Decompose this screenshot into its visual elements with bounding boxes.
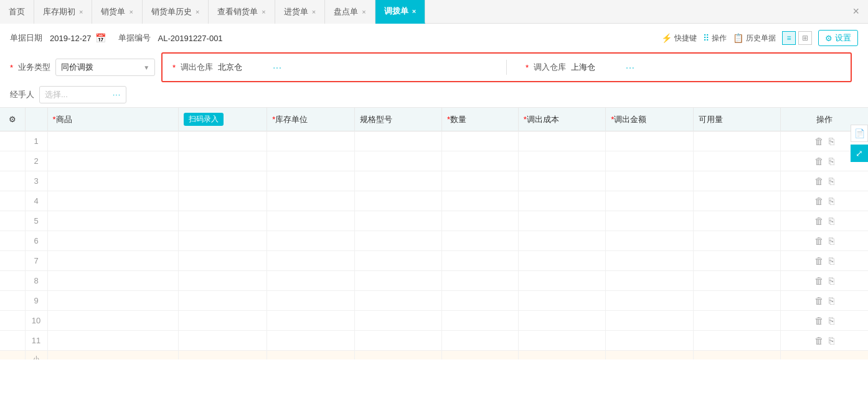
- cell-amount-2[interactable]: [606, 151, 693, 171]
- copy-icon-8[interactable]: ⎘: [829, 275, 834, 286]
- cell-product-3[interactable]: [47, 171, 179, 191]
- delete-icon-7[interactable]: 🗑: [814, 255, 824, 266]
- side-expand-button[interactable]: ⤢: [851, 145, 868, 162]
- cell-amount-5[interactable]: [606, 211, 693, 231]
- cell-product-9[interactable]: [47, 291, 179, 311]
- cell-cost-9[interactable]: [518, 291, 605, 311]
- cell-spec-1[interactable]: [354, 131, 441, 151]
- grid-view-button[interactable]: ⊞: [798, 31, 812, 45]
- cell-spec-7[interactable]: [354, 251, 441, 271]
- cell-qty-9[interactable]: [442, 291, 519, 311]
- history-button[interactable]: 📋 历史单据: [733, 33, 776, 44]
- cell-unit-5[interactable]: [267, 211, 354, 231]
- cell-amount-8[interactable]: [606, 271, 693, 291]
- cell-available-6[interactable]: [693, 231, 780, 251]
- th-gear[interactable]: ⚙: [0, 108, 25, 131]
- cell-available-9[interactable]: [693, 291, 780, 311]
- cell-product-11[interactable]: [47, 331, 179, 351]
- cell-qty-3[interactable]: [442, 171, 519, 191]
- tab-sales-history[interactable]: 销货单历史 ×: [143, 0, 209, 24]
- cell-product-8[interactable]: [47, 271, 179, 291]
- cell-cost-7[interactable]: [518, 251, 605, 271]
- copy-icon-3[interactable]: ⎘: [829, 176, 834, 186]
- cell-amount-10[interactable]: [606, 311, 693, 331]
- cell-amount-4[interactable]: [606, 191, 693, 211]
- copy-icon-4[interactable]: ⎘: [829, 196, 834, 206]
- close-tab-sales-order[interactable]: ×: [129, 8, 133, 16]
- cell-available-8[interactable]: [693, 271, 780, 291]
- tab-purchase-order[interactable]: 进货单 ×: [275, 0, 325, 24]
- close-tab-sales-history[interactable]: ×: [196, 8, 199, 16]
- delete-icon-11[interactable]: 🗑: [814, 335, 824, 346]
- cell-product-5[interactable]: [47, 211, 179, 231]
- close-tab-purchase-order[interactable]: ×: [312, 8, 316, 16]
- cell-cost-5[interactable]: [518, 211, 605, 231]
- cell-unit-7[interactable]: [267, 251, 354, 271]
- cell-spec-4[interactable]: [354, 191, 441, 211]
- cell-unit-2[interactable]: [267, 151, 354, 171]
- cell-amount-9[interactable]: [606, 291, 693, 311]
- cell-unit-1[interactable]: [267, 131, 354, 151]
- business-type-select[interactable]: 同价调拨 ▼: [55, 59, 155, 76]
- side-doc-button[interactable]: 📄: [851, 125, 868, 142]
- cell-cost-2[interactable]: [518, 151, 605, 171]
- cell-cost-1[interactable]: [518, 131, 605, 151]
- close-tab-inventory-init[interactable]: ×: [79, 8, 83, 16]
- copy-icon-2[interactable]: ⎘: [829, 156, 834, 166]
- handler-select[interactable]: 选择... ···: [39, 86, 126, 103]
- cell-amount-11[interactable]: [606, 331, 693, 351]
- cell-amount-7[interactable]: [606, 251, 693, 271]
- cell-available-10[interactable]: [693, 311, 780, 331]
- cell-amount-1[interactable]: [606, 131, 693, 151]
- close-tab-transfer-order[interactable]: ×: [412, 7, 416, 15]
- copy-icon-11[interactable]: ⎘: [829, 335, 834, 346]
- cell-product-6[interactable]: [47, 231, 179, 251]
- cell-unit-11[interactable]: [267, 331, 354, 351]
- delete-icon-9[interactable]: 🗑: [814, 295, 824, 306]
- cell-unit-8[interactable]: [267, 271, 354, 291]
- cell-qty-8[interactable]: [442, 271, 519, 291]
- tab-transfer-order[interactable]: 调拨单 ×: [375, 0, 425, 24]
- cell-cost-11[interactable]: [518, 331, 605, 351]
- transfer-in-more-button[interactable]: ···: [626, 62, 635, 72]
- cell-cost-4[interactable]: [518, 191, 605, 211]
- cell-cost-8[interactable]: [518, 271, 605, 291]
- cell-qty-7[interactable]: [442, 251, 519, 271]
- cell-qty-4[interactable]: [442, 191, 519, 211]
- tab-inventory-init[interactable]: 库存期初 ×: [34, 0, 92, 24]
- delete-icon-8[interactable]: 🗑: [814, 275, 824, 286]
- shortcut-button[interactable]: ⚡ 快捷键: [661, 33, 697, 44]
- delete-icon-1[interactable]: 🗑: [814, 136, 824, 146]
- handler-more-button[interactable]: ···: [113, 90, 121, 99]
- cell-unit-4[interactable]: [267, 191, 354, 211]
- cell-unit-9[interactable]: [267, 291, 354, 311]
- cell-product-4[interactable]: [47, 191, 179, 211]
- cell-product-1[interactable]: [47, 131, 179, 151]
- transfer-out-more-button[interactable]: ···: [273, 62, 282, 72]
- tab-home[interactable]: 首页: [0, 0, 34, 24]
- calendar-icon[interactable]: 📅: [95, 33, 106, 43]
- cell-available-11[interactable]: [693, 331, 780, 351]
- cell-product-2[interactable]: [47, 151, 179, 171]
- cell-cost-10[interactable]: [518, 311, 605, 331]
- tab-sales-order[interactable]: 销货单 ×: [92, 0, 142, 24]
- cell-available-4[interactable]: [693, 191, 780, 211]
- settings-button[interactable]: ⚙ 设置: [818, 30, 858, 46]
- cell-product-10[interactable]: [47, 311, 179, 331]
- delete-icon-2[interactable]: 🗑: [814, 156, 824, 166]
- cell-available-5[interactable]: [693, 211, 780, 231]
- operation-button[interactable]: ⠿ 操作: [703, 33, 727, 44]
- cell-qty-10[interactable]: [442, 311, 519, 331]
- scan-input-button[interactable]: 扫码录入: [184, 113, 224, 126]
- delete-icon-6[interactable]: 🗑: [814, 236, 824, 246]
- cell-spec-6[interactable]: [354, 231, 441, 251]
- cell-spec-2[interactable]: [354, 151, 441, 171]
- cell-unit-3[interactable]: [267, 171, 354, 191]
- window-close-button[interactable]: ×: [844, 5, 868, 18]
- cell-cost-6[interactable]: [518, 231, 605, 251]
- delete-icon-10[interactable]: 🗑: [814, 315, 824, 326]
- cell-qty-6[interactable]: [442, 231, 519, 251]
- cell-unit-10[interactable]: [267, 311, 354, 331]
- cell-available-3[interactable]: [693, 171, 780, 191]
- cell-spec-3[interactable]: [354, 171, 441, 191]
